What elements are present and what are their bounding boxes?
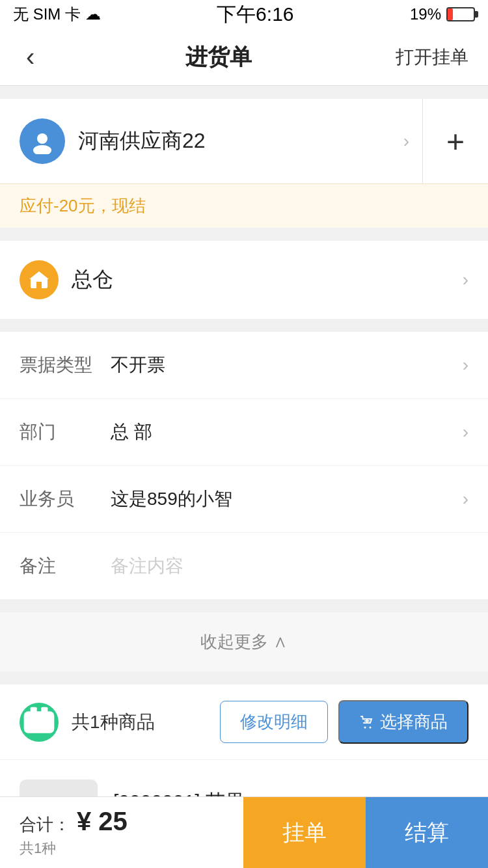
open-pending-button[interactable]: 打开挂单	[396, 45, 468, 70]
department-row[interactable]: 部门 总 部 ›	[0, 399, 488, 466]
svg-rect-4	[36, 282, 42, 288]
status-bar: 无 SIM 卡 ☁ 下午6:16 19%	[0, 0, 488, 29]
svg-point-1	[33, 145, 51, 154]
total-amount: ¥ 25	[77, 807, 128, 836]
svg-point-8	[364, 726, 366, 728]
add-supplier-button[interactable]: +	[423, 99, 488, 183]
back-button[interactable]: ‹	[20, 36, 41, 78]
select-product-label: 选择商品	[380, 711, 448, 733]
staff-value: 这是859的小智	[111, 487, 456, 511]
svg-rect-5	[24, 711, 55, 733]
svg-marker-3	[29, 271, 49, 279]
select-product-button[interactable]: 选择商品	[338, 700, 468, 744]
battery-fill	[448, 8, 453, 20]
status-bar-right: 19%	[410, 5, 475, 23]
supplier-chevron-icon: ›	[403, 131, 409, 152]
sim-status: 无 SIM 卡 ☁	[13, 4, 101, 25]
products-header: 共1种商品 修改明细 选择商品	[0, 685, 488, 760]
products-icon	[20, 703, 59, 742]
warehouse-selector[interactable]: 总仓 ›	[0, 241, 488, 319]
total-section: 合计： ¥ 25 共1种	[0, 797, 243, 868]
staff-label: 业务员	[20, 487, 111, 511]
staff-chevron-icon: ›	[463, 489, 468, 509]
battery-icon	[446, 7, 475, 21]
svg-point-9	[370, 726, 372, 728]
products-count: 共1种商品	[72, 710, 220, 735]
ticket-type-chevron-icon: ›	[463, 355, 468, 375]
nav-bar: ‹ 进货单 打开挂单	[0, 29, 488, 86]
total-label: 合计：	[20, 813, 70, 836]
note-input[interactable]: 备注内容	[111, 554, 468, 578]
warehouse-name: 总仓	[72, 265, 456, 294]
page-title: 进货单	[185, 42, 252, 72]
svg-point-0	[37, 133, 47, 144]
department-value: 总 部	[111, 420, 456, 444]
ticket-type-row[interactable]: 票据类型 不开票 ›	[0, 332, 488, 399]
total-count: 共1种	[20, 839, 224, 858]
svg-rect-6	[31, 707, 37, 713]
status-bar-time: 下午6:16	[217, 1, 293, 28]
supplier-avatar	[20, 118, 65, 164]
settle-button[interactable]: 结算	[366, 797, 488, 868]
note-label: 备注	[20, 554, 111, 578]
staff-row[interactable]: 业务员 这是859的小智 ›	[0, 466, 488, 533]
status-bar-left: 无 SIM 卡 ☁	[13, 4, 101, 25]
pend-button[interactable]: 挂单	[243, 797, 366, 868]
collapse-bar[interactable]: 收起更多 ∧	[0, 612, 488, 671]
svg-rect-7	[41, 707, 47, 713]
supplier-name: 河南供应商22	[78, 127, 397, 156]
supplier-section: 河南供应商22 › +	[0, 99, 488, 183]
bottom-bar: 合计： ¥ 25 共1种 挂单 结算	[0, 796, 488, 868]
ticket-type-value: 不开票	[111, 353, 456, 377]
ticket-type-label: 票据类型	[20, 353, 111, 377]
payment-info-banner: 应付-20元，现结	[0, 183, 488, 228]
cart-icon	[359, 714, 375, 730]
department-label: 部门	[20, 420, 111, 444]
form-section: 票据类型 不开票 › 部门 总 部 › 业务员 这是859的小智 › 备注 备注…	[0, 332, 488, 599]
note-row[interactable]: 备注 备注内容	[0, 533, 488, 599]
warehouse-chevron-icon: ›	[463, 269, 468, 290]
battery-percent: 19%	[410, 5, 441, 23]
modify-detail-button[interactable]: 修改明细	[220, 701, 328, 743]
warehouse-icon	[20, 260, 59, 299]
gap-1	[0, 86, 488, 99]
department-chevron-icon: ›	[463, 422, 468, 442]
supplier-selector[interactable]: 河南供应商22 ›	[0, 99, 423, 183]
